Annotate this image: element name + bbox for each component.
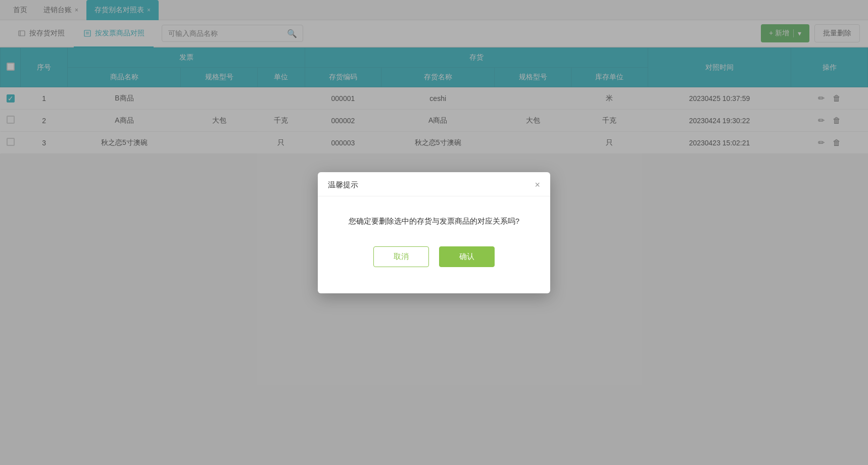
- confirm-dialog: 温馨提示 × 您确定要删除选中的存货与发票商品的对应关系吗? 取消 确认: [318, 172, 550, 293]
- confirm-button[interactable]: 确认: [439, 246, 495, 267]
- dialog-close-button[interactable]: ×: [535, 180, 540, 189]
- dialog-header: 温馨提示 ×: [318, 172, 550, 196]
- dialog-footer: 取消 确认: [318, 241, 550, 282]
- dialog-body: 您确定要删除选中的存货与发票商品的对应关系吗?: [318, 196, 550, 241]
- dialog-message: 您确定要删除选中的存货与发票商品的对应关系吗?: [349, 217, 519, 225]
- cancel-button[interactable]: 取消: [373, 246, 429, 267]
- dialog-overlay: 温馨提示 × 您确定要删除选中的存货与发票商品的对应关系吗? 取消 确认: [0, 0, 868, 465]
- dialog-title: 温馨提示: [328, 180, 358, 190]
